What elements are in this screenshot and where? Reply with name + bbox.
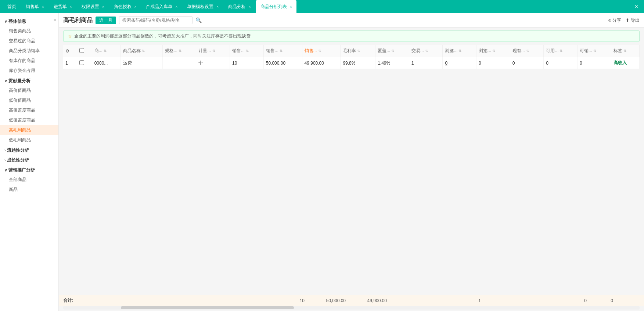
horizontal-scrollbar[interactable] bbox=[63, 306, 640, 310]
sidebar-section-marketing[interactable]: ∨ 营销推广分析 bbox=[0, 165, 58, 175]
sidebar-section-contribution[interactable]: ∨ 贡献量分析 bbox=[0, 76, 58, 86]
close-purchase-order-icon[interactable]: × bbox=[70, 5, 72, 9]
footer-sales-profit: 49,900.00 bbox=[350, 298, 387, 303]
close-permission-settings-icon[interactable]: × bbox=[102, 5, 104, 9]
nav-sales-order[interactable]: 销售单 × bbox=[21, 0, 48, 13]
nav-close-all-button[interactable]: × bbox=[632, 3, 641, 10]
nav-template-settings[interactable]: 单据模板设置 × bbox=[183, 0, 223, 13]
close-template-settings-icon[interactable]: × bbox=[216, 5, 219, 9]
nav-product-analysis[interactable]: 商品分析 × bbox=[224, 0, 255, 13]
footer-label: 合计: bbox=[63, 297, 73, 304]
contribution-arrow-icon: ∨ bbox=[4, 79, 7, 83]
col-sales-profit[interactable]: 销售...⇅ bbox=[302, 45, 341, 57]
sidebar-item-low-margin[interactable]: 低毛利商品 bbox=[0, 135, 58, 145]
trend-arrow-icon: › bbox=[4, 148, 6, 152]
content-header: 高毛利商品 近一月 🔍 ⎋ 分享 ⬆ 导出 bbox=[59, 13, 644, 28]
sidebar-section-trend[interactable]: › 流趋性分析 bbox=[0, 145, 58, 155]
sidebar-item-low-value[interactable]: 低价值商品 bbox=[0, 95, 58, 105]
main-layout: « ∨ 整体信息 销售类商品 交易过的商品 商品分类助销率 有库存的商品 库存资… bbox=[0, 13, 644, 311]
close-product-analysis-icon[interactable]: × bbox=[249, 5, 251, 9]
nav-permission-settings[interactable]: 权限设置 × bbox=[77, 0, 109, 13]
sidebar-item-all-products[interactable]: 全部商品 bbox=[0, 175, 58, 185]
nav-role-auth[interactable]: 角色授权 × bbox=[109, 0, 141, 13]
table-row: 1 0000... 运费 个 10 50,000.00 49,900.00 99… bbox=[63, 57, 640, 69]
sidebar-item-sales-products[interactable]: 销售类商品 bbox=[0, 26, 58, 36]
col-spec[interactable]: 规格...⇅ bbox=[162, 45, 196, 57]
sidebar-item-traded-products[interactable]: 交易过的商品 bbox=[0, 36, 58, 46]
footer-saleable-stock: 0 bbox=[591, 298, 613, 303]
sidebar-item-stock-capital[interactable]: 库存资金占用 bbox=[0, 66, 58, 76]
sidebar-section-overview[interactable]: ∨ 整体信息 bbox=[0, 16, 58, 26]
row-checkbox[interactable] bbox=[79, 60, 84, 65]
data-table: ⚙ 商...⇅ 商品名称⇅ 规格...⇅ 计量...⇅ 销售...⇅ 销售...… bbox=[63, 45, 640, 69]
sidebar-item-category-assist-rate[interactable]: 商品分类助销率 bbox=[0, 46, 58, 56]
sidebar-section-growth[interactable]: › 成长性分析 bbox=[0, 155, 58, 165]
close-role-auth-icon[interactable]: × bbox=[134, 5, 137, 9]
cell-available-stock: 0 bbox=[544, 57, 578, 69]
sidebar-item-in-stock-products[interactable]: 有库存的商品 bbox=[0, 56, 58, 66]
content-area: 高毛利商品 近一月 🔍 ⎋ 分享 ⬆ 导出 ☆ 企业的主要的利润都是这部分商品创… bbox=[59, 13, 644, 311]
close-product-analysis-list-icon[interactable]: × bbox=[290, 5, 292, 9]
col-tag[interactable]: 标签⇅ bbox=[611, 45, 639, 57]
sidebar-collapse-button[interactable]: « bbox=[51, 16, 58, 23]
cell-sales-qty: 10 bbox=[230, 57, 264, 69]
col-sales-qty[interactable]: 销售...⇅ bbox=[230, 45, 264, 57]
nav-purchase-order[interactable]: 进货单 × bbox=[49, 0, 76, 13]
col-views2[interactable]: 浏览...⇅ bbox=[476, 45, 510, 57]
tip-bar: ☆ 企业的主要的利润都是这部分商品创造的，可考虑加大推广，同时关注库存是不要出现… bbox=[63, 30, 640, 42]
footer-available-stock: 0 bbox=[565, 298, 587, 303]
cell-index: 1 bbox=[63, 57, 77, 69]
search-input[interactable] bbox=[119, 16, 193, 24]
col-code[interactable]: 商...⇅ bbox=[92, 45, 120, 57]
col-coverage[interactable]: 覆盖...⇅ bbox=[375, 45, 409, 57]
cell-transaction: 1 bbox=[409, 57, 443, 69]
col-gross-margin[interactable]: 毛利率⇅ bbox=[341, 45, 375, 57]
marketing-arrow-icon: ∨ bbox=[4, 168, 7, 172]
growth-arrow-icon: › bbox=[4, 158, 6, 162]
nav-home[interactable]: 首页 bbox=[3, 0, 21, 13]
footer-sales-amount: 50,000.00 bbox=[309, 298, 346, 303]
sidebar: « ∨ 整体信息 销售类商品 交易过的商品 商品分类助销率 有库存的商品 库存资… bbox=[0, 13, 59, 311]
close-sales-order-icon[interactable]: × bbox=[42, 5, 44, 9]
cell-name: 运费 bbox=[121, 57, 163, 69]
sidebar-item-high-coverage[interactable]: 高覆盖度商品 bbox=[0, 105, 58, 115]
col-checkbox[interactable] bbox=[77, 45, 92, 57]
top-navigation: 首页 销售单 × 进货单 × 权限设置 × 角色授权 × 产成品入库单 × 单据… bbox=[0, 0, 644, 13]
tip-text: 企业的主要的利润都是这部分商品创造的，可考虑加大推广，同时关注库存是不要出现缺货 bbox=[74, 33, 251, 39]
sidebar-item-new-products[interactable]: 新品 bbox=[0, 185, 58, 195]
col-sales-amount[interactable]: 销售...⇅ bbox=[263, 45, 302, 57]
time-filter-button[interactable]: 近一月 bbox=[96, 17, 116, 24]
scrollbar-thumb[interactable] bbox=[121, 306, 294, 309]
sidebar-item-high-value[interactable]: 高价值商品 bbox=[0, 86, 58, 95]
sidebar-item-low-coverage[interactable]: 低覆盖度商品 bbox=[0, 115, 58, 125]
col-available-stock[interactable]: 可用...⇅ bbox=[544, 45, 578, 57]
export-button[interactable]: ⬆ 导出 bbox=[626, 17, 640, 23]
table-header-row: ⚙ 商...⇅ 商品名称⇅ 规格...⇅ 计量...⇅ 销售...⇅ 销售...… bbox=[63, 45, 640, 57]
select-all-checkbox[interactable] bbox=[79, 48, 84, 53]
col-unit[interactable]: 计量...⇅ bbox=[196, 45, 230, 57]
sidebar-item-high-margin[interactable]: 高毛利商品 bbox=[0, 125, 58, 135]
cell-views1: 0 bbox=[443, 57, 476, 69]
col-settings[interactable]: ⚙ bbox=[63, 45, 77, 57]
close-product-inbound-icon[interactable]: × bbox=[175, 5, 177, 9]
search-button[interactable]: 🔍 bbox=[195, 17, 202, 23]
cell-checkbox[interactable] bbox=[77, 57, 92, 69]
col-transaction[interactable]: 交易...⇅ bbox=[409, 45, 443, 57]
nav-product-analysis-list[interactable]: 商品分析列表 × bbox=[256, 0, 296, 13]
share-icon: ⎋ bbox=[608, 18, 611, 23]
cell-tag: 高收入 bbox=[611, 57, 639, 69]
col-name[interactable]: 商品名称⇅ bbox=[121, 45, 163, 57]
cell-gross-margin: 99.8% bbox=[341, 57, 375, 69]
tip-icon: ☆ bbox=[68, 34, 72, 39]
footer-sales-qty: 10 bbox=[275, 298, 305, 303]
footer-transaction: 1 bbox=[459, 298, 481, 303]
table-wrapper[interactable]: ⚙ 商...⇅ 商品名称⇅ 规格...⇅ 计量...⇅ 销售...⇅ 销售...… bbox=[63, 45, 640, 295]
col-views1[interactable]: 浏览...⇅ bbox=[443, 45, 476, 57]
cell-current-stock: 0 bbox=[510, 57, 544, 69]
cell-coverage: 1.49% bbox=[375, 57, 409, 69]
col-saleable-stock[interactable]: 可销...⇅ bbox=[577, 45, 611, 57]
cell-views2: 0 bbox=[476, 57, 510, 69]
share-button[interactable]: ⎋ 分享 bbox=[608, 17, 621, 23]
col-current-stock[interactable]: 现有...⇅ bbox=[510, 45, 544, 57]
nav-product-inbound[interactable]: 产成品入库单 × bbox=[141, 0, 182, 13]
